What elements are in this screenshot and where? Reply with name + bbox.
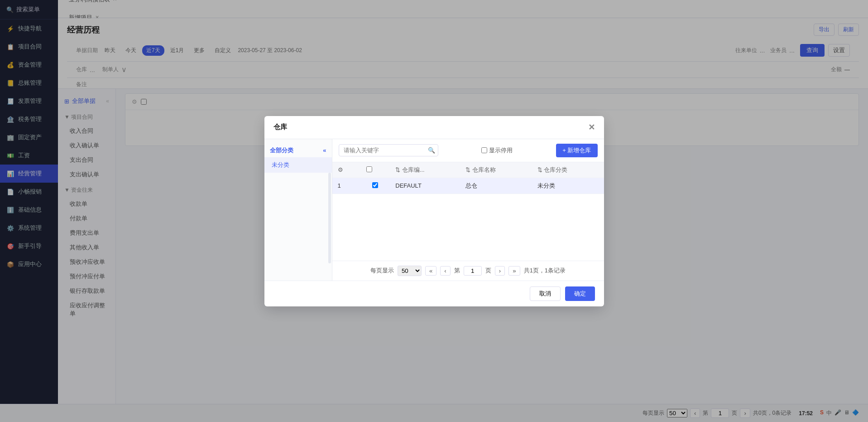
modal-search-input[interactable] bbox=[339, 145, 424, 156]
next-page-btn[interactable]: › bbox=[495, 266, 505, 276]
modal-sidebar-scrollbar[interactable] bbox=[328, 173, 331, 263]
warehouse-modal: 仓库 ✕ 全部分类 « 未分类 🔍 bbox=[264, 116, 604, 306]
cancel-button[interactable]: 取消 bbox=[530, 286, 561, 301]
last-page-btn[interactable]: » bbox=[508, 266, 520, 276]
col-warehouse-category-header: ⇅ 仓库分类 bbox=[532, 162, 604, 178]
sort-icon: ⇅ bbox=[395, 166, 400, 173]
modal-overlay: 仓库 ✕ 全部分类 « 未分类 🔍 bbox=[0, 0, 868, 422]
total-records: 共1页，1条记录 bbox=[524, 267, 566, 275]
modal-table-row[interactable]: 1 DEFAULT 总仓 未分类 bbox=[332, 178, 604, 194]
row-num: 1 bbox=[332, 178, 361, 194]
modal-select-all[interactable] bbox=[366, 166, 372, 172]
page-input[interactable] bbox=[464, 266, 482, 276]
row-name: 总仓 bbox=[460, 178, 532, 194]
modal-close-button[interactable]: ✕ bbox=[588, 122, 595, 132]
col-warehouse-name-header: ⇅ 仓库名称 bbox=[460, 162, 532, 178]
page-prefix: 第 bbox=[454, 267, 460, 275]
modal-sidebar-unclassified[interactable]: 未分类 bbox=[264, 157, 332, 173]
modal-sidebar-collapse-icon[interactable]: « bbox=[323, 147, 326, 154]
modal-pagination: 每页显示 501020100 « ‹ 第 页 › » 共1页，1条记录 bbox=[332, 261, 604, 281]
row-category: 未分类 bbox=[532, 178, 604, 194]
modal-header: 仓库 ✕ bbox=[264, 116, 604, 139]
modal-sidebar: 全部分类 « 未分类 bbox=[264, 139, 332, 281]
first-page-btn[interactable]: « bbox=[425, 266, 436, 276]
modal-table-wrapper: ⚙ ⇅ 仓库编... ⇅ 仓库名称 ⇅ 仓库分类 bbox=[332, 162, 604, 261]
show-disabled-label[interactable]: 显示停用 bbox=[481, 146, 513, 155]
row-code: DEFAULT bbox=[390, 178, 460, 194]
row-checkbox[interactable] bbox=[372, 182, 378, 188]
modal-toolbar: 🔍 显示停用 + 新增仓库 bbox=[332, 139, 604, 162]
sort-icon-cat: ⇅ bbox=[537, 166, 542, 173]
per-page-select[interactable]: 501020100 bbox=[398, 266, 422, 276]
show-disabled-checkbox[interactable] bbox=[481, 147, 487, 153]
modal-search-box[interactable]: 🔍 bbox=[339, 144, 438, 156]
sort-icon-name: ⇅ bbox=[465, 166, 470, 173]
col-checkbox-header bbox=[361, 162, 390, 178]
page-suffix: 页 bbox=[485, 267, 491, 275]
col-warehouse-code-header: ⇅ 仓库编... bbox=[390, 162, 460, 178]
row-checkbox-cell[interactable] bbox=[361, 178, 390, 194]
modal-sidebar-all-label[interactable]: 全部分类 bbox=[270, 146, 293, 155]
modal-footer: 取消 确定 bbox=[264, 281, 604, 306]
per-page-label: 每页显示 bbox=[370, 267, 394, 275]
modal-search-icon[interactable]: 🔍 bbox=[424, 145, 438, 156]
modal-title: 仓库 bbox=[273, 123, 287, 131]
modal-table: ⚙ ⇅ 仓库编... ⇅ 仓库名称 ⇅ 仓库分类 bbox=[332, 162, 604, 194]
confirm-button[interactable]: 确定 bbox=[565, 286, 595, 301]
col-settings[interactable]: ⚙ bbox=[332, 162, 361, 178]
modal-body: 全部分类 « 未分类 🔍 显示停用 bbox=[264, 139, 604, 281]
prev-page-btn[interactable]: ‹ bbox=[440, 266, 450, 276]
modal-content: 🔍 显示停用 + 新增仓库 ⚙ bbox=[332, 139, 604, 281]
add-warehouse-button[interactable]: + 新增仓库 bbox=[556, 144, 597, 157]
